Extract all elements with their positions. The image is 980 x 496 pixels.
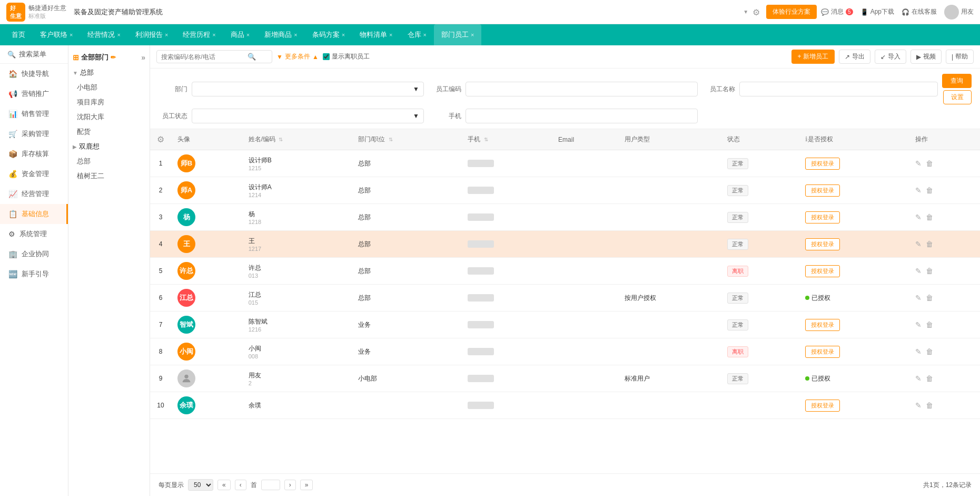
dept-select[interactable]: ▼	[192, 82, 424, 96]
dept-group-total[interactable]: ▼ 总部	[68, 65, 150, 80]
sidebar-item-quicknav[interactable]: 🏠 快捷导航	[0, 64, 68, 84]
edit-icon[interactable]: ✎	[915, 320, 922, 329]
search-input[interactable]	[161, 53, 245, 61]
tab-warehouse[interactable]: 仓库 ×	[400, 24, 434, 45]
delete-icon[interactable]: 🗑	[926, 347, 933, 356]
delete-icon[interactable]: 🗑	[926, 240, 933, 248]
sidebar-search[interactable]: 🔍 搜索菜单	[0, 45, 68, 64]
tab-barcode[interactable]: 条码方案 ×	[305, 24, 352, 45]
auth-button[interactable]: 授权登录	[805, 319, 840, 331]
phone-input[interactable]	[466, 109, 698, 123]
dept-item-plant[interactable]: 植树王二	[68, 169, 150, 183]
tab-add-goods[interactable]: 新增商品 ×	[257, 24, 304, 45]
import-button[interactable]: ↙ 导入	[875, 50, 906, 64]
close-icon[interactable]: ×	[246, 32, 250, 38]
auth-button[interactable]: 授权登录	[805, 158, 840, 170]
sidebar-item-enterprise[interactable]: 🏢 企业协同	[0, 244, 68, 264]
show-ex-label[interactable]: 显示离职员工	[323, 52, 370, 61]
query-button[interactable]: 查询	[942, 74, 972, 88]
tab-bom[interactable]: 物料清单 ×	[352, 24, 400, 45]
sidebar-item-operations[interactable]: 📈 经营管理	[0, 184, 68, 204]
tab-employees[interactable]: 部门员工 ×	[434, 24, 481, 45]
auth-button[interactable]: 授权登录	[805, 346, 840, 358]
delete-icon[interactable]: 🗑	[926, 294, 933, 302]
sidebar-item-purchase[interactable]: 🛒 采购管理	[0, 124, 68, 144]
close-icon[interactable]: ×	[294, 32, 297, 38]
message-action[interactable]: 💬 消息 5	[821, 7, 853, 16]
add-employee-button[interactable]: + 新增员工	[791, 50, 835, 64]
delete-icon[interactable]: 🗑	[926, 159, 933, 168]
edit-icon[interactable]: ✎	[915, 267, 922, 275]
dept-collapse-icon[interactable]: »	[141, 53, 145, 62]
app-download-action[interactable]: 📱 App下载	[860, 7, 894, 16]
search-submit-icon[interactable]: 🔍	[248, 53, 256, 61]
delete-icon[interactable]: 🗑	[926, 374, 933, 383]
close-icon[interactable]: ×	[165, 32, 168, 38]
tab-customer[interactable]: 客户联络 ×	[33, 24, 80, 45]
settings-icon[interactable]: ⚙	[753, 7, 762, 17]
delete-icon[interactable]: 🗑	[926, 401, 933, 410]
tab-goods[interactable]: 商品 ×	[223, 24, 257, 45]
prev-page-btn[interactable]: ‹	[235, 480, 246, 490]
close-icon[interactable]: ×	[389, 32, 392, 38]
edit-icon[interactable]: ✎	[915, 159, 922, 168]
tab-home[interactable]: 首页	[4, 24, 33, 45]
page-input[interactable]: 1	[261, 480, 280, 490]
empcode-input[interactable]	[466, 82, 698, 96]
close-icon[interactable]: ×	[471, 32, 474, 38]
close-icon[interactable]: ×	[342, 32, 345, 38]
close-icon[interactable]: ×	[423, 32, 427, 38]
status-select[interactable]: ▼	[192, 109, 424, 123]
delete-icon[interactable]: 🗑	[926, 186, 933, 194]
close-icon[interactable]: ×	[212, 32, 215, 38]
sidebar-item-system[interactable]: ⚙ 系统管理	[0, 224, 68, 244]
close-icon[interactable]: ×	[70, 32, 73, 38]
tab-profit[interactable]: 利润报告 ×	[128, 24, 175, 45]
auth-button[interactable]: 授权登录	[805, 265, 840, 277]
show-ex-checkbox[interactable]	[323, 53, 330, 60]
sidebar-item-guide[interactable]: 🆕 新手引导	[0, 264, 68, 284]
more-filter-btn[interactable]: ▼ 更多条件 ▲	[276, 52, 319, 61]
sidebar-item-basic[interactable]: 📋 基础信息	[0, 204, 68, 224]
dept-item-project[interactable]: 项目库房	[68, 95, 150, 110]
view-button[interactable]: ▶ 视频	[910, 50, 942, 64]
dept-item-hq[interactable]: 总部	[68, 154, 150, 169]
next-page-btn[interactable]: ›	[284, 480, 296, 490]
empname-input[interactable]	[739, 82, 938, 96]
auth-button[interactable]: 授权登录	[805, 211, 840, 223]
help-button[interactable]: | 帮助	[946, 50, 974, 64]
delete-icon[interactable]: 🗑	[926, 267, 933, 275]
auth-button[interactable]: 授权登录	[805, 400, 840, 412]
delete-icon[interactable]: 🗑	[926, 213, 933, 221]
page-size-select[interactable]: 50	[188, 479, 213, 491]
tab-journey[interactable]: 经营历程 ×	[175, 24, 223, 45]
dept-item-shenyang[interactable]: 沈阳大库	[68, 110, 150, 124]
sidebar-item-inventory[interactable]: 📦 库存核算	[0, 144, 68, 164]
edit-icon[interactable]: ✎	[915, 240, 922, 248]
last-page-btn[interactable]: »	[300, 480, 313, 490]
experience-btn[interactable]: 体验行业方案	[766, 5, 817, 19]
edit-icon[interactable]: ✎	[915, 294, 922, 302]
sidebar-item-sales[interactable]: 📊 销售管理	[0, 104, 68, 124]
auth-button[interactable]: 授权登录	[805, 184, 840, 197]
delete-icon[interactable]: 🗑	[926, 320, 933, 329]
tab-operations[interactable]: 经营情况 ×	[80, 24, 127, 45]
user-action[interactable]: 用友	[944, 5, 974, 20]
close-icon[interactable]: ×	[117, 32, 120, 38]
first-page-btn[interactable]: «	[217, 480, 231, 490]
edit-icon[interactable]: ✎	[915, 374, 922, 383]
dept-item-small-elec[interactable]: 小电部	[68, 80, 150, 95]
sidebar-item-finance[interactable]: 💰 资金管理	[0, 164, 68, 184]
system-title-chevron-icon[interactable]: ▼	[743, 9, 748, 15]
set-button[interactable]: 设置	[943, 90, 972, 104]
dept-item-shuanglu[interactable]: ▶ 双鹿想	[68, 139, 150, 154]
search-input-wrap[interactable]: 🔍	[156, 50, 272, 63]
dept-edit-icon[interactable]: ✏	[111, 54, 116, 61]
edit-icon[interactable]: ✎	[915, 186, 922, 194]
edit-icon[interactable]: ✎	[915, 401, 922, 410]
dept-item-distribution[interactable]: 配货	[68, 124, 150, 139]
table-settings-icon[interactable]: ⚙	[157, 135, 164, 144]
edit-icon[interactable]: ✎	[915, 213, 922, 221]
online-service-action[interactable]: 🎧 在线客服	[902, 7, 937, 16]
edit-icon[interactable]: ✎	[915, 347, 922, 356]
